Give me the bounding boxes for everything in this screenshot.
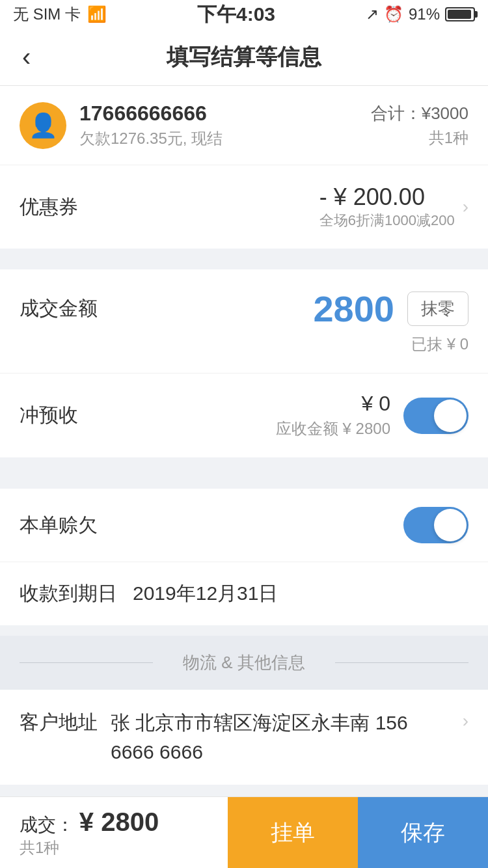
coupon-discount: - ¥ 200.00 [319, 183, 455, 211]
summary-count: 共1种 [20, 837, 208, 858]
amount-label: 成交金额 [20, 295, 98, 322]
status-time: 下午4:03 [197, 1, 275, 28]
address-row: 客户地址 张 北京市市辖区海淀区永丰南 156 6666 6666 › [20, 708, 468, 766]
coupon-desc: 全场6折满1000减200 [319, 211, 455, 230]
round-button[interactable]: 抹零 [407, 292, 468, 326]
prepay-amount: ¥ 0 应收金额 ¥ 2800 [276, 392, 390, 439]
address-chevron: › [463, 711, 468, 731]
bottom-actions: 挂单 保存 [228, 797, 488, 868]
nav-bar: ‹ 填写结算等信息 [0, 29, 488, 86]
address-label: 客户地址 [20, 709, 98, 736]
credit-row: 本单赊欠 [20, 507, 468, 543]
sep-line-left [20, 662, 153, 663]
duedate-value: 2019年12月31日 [133, 580, 278, 607]
customer-right: 合计：¥3000 共1种 [371, 102, 468, 148]
status-left: 无 SIM 卡 📶 [13, 4, 107, 25]
status-bar: 无 SIM 卡 📶 下午4:03 ↗ ⏰ 91% [0, 0, 488, 29]
battery-percent: 91% [409, 5, 440, 23]
customer-info: 17666666666 欠款1276.35元, 现结 [79, 102, 223, 149]
customer-phone: 17666666666 [79, 102, 223, 126]
total-label: 合计：¥3000 [371, 102, 468, 125]
bottom-summary: 成交： ¥ 2800 共1种 [0, 807, 228, 858]
coupon-chevron: › [463, 197, 468, 217]
prepay-toggle[interactable] [403, 398, 468, 434]
prepay-label: 冲预收 [20, 402, 78, 429]
credit-section: 本单赊欠 [0, 489, 488, 562]
customer-row: 👤 17666666666 欠款1276.35元, 现结 合计：¥3000 共1… [0, 86, 488, 165]
amount-row: 成交金额 2800 抹零 [20, 288, 468, 330]
total-count: 共1种 [371, 128, 468, 148]
summary-line: 成交： ¥ 2800 [20, 807, 208, 837]
divider-2 [0, 468, 488, 478]
coupon-right: - ¥ 200.00 全场6折满1000减200 › [319, 183, 468, 230]
back-button[interactable]: ‹ [16, 36, 37, 78]
divider-3 [0, 625, 488, 636]
address-value: 张 北京市市辖区海淀区永丰南 156 6666 6666 [111, 708, 455, 766]
customer-left: 👤 17666666666 欠款1276.35元, 现结 [20, 102, 223, 149]
coupon-label: 优惠券 [20, 194, 78, 221]
prepay-right: ¥ 0 应收金额 ¥ 2800 [276, 392, 468, 439]
coupon-row[interactable]: 优惠券 - ¥ 200.00 全场6折满1000减200 › [0, 165, 488, 249]
logistics-separator: 物流 & 其他信息 [0, 636, 488, 690]
carrier-label: 无 SIM 卡 [13, 4, 81, 25]
address-section[interactable]: 客户地址 张 北京市市辖区海淀区永丰南 156 6666 6666 › [0, 690, 488, 785]
credit-toggle-thumb [434, 509, 467, 541]
avatar: 👤 [20, 102, 66, 149]
divider-1 [0, 259, 488, 269]
duedate-label: 收款到期日 [20, 580, 117, 607]
prepay-subtext: 应收金额 ¥ 2800 [276, 418, 390, 439]
duedate-row: 收款到期日 2019年12月31日 [20, 580, 468, 607]
sep-line-right [335, 662, 468, 663]
amount-subtext: 已抹 ¥ 0 [20, 334, 468, 355]
prepay-row: 冲预收 ¥ 0 应收金额 ¥ 2800 [20, 392, 468, 439]
prepay-toggle-thumb [434, 400, 467, 432]
logistics-label: 物流 & 其他信息 [183, 651, 305, 674]
bottom-bar: 成交： ¥ 2800 共1种 挂单 保存 [0, 796, 488, 868]
prepay-amount-value: ¥ 0 [276, 392, 390, 416]
wifi-icon: 📶 [87, 5, 107, 23]
hang-button[interactable]: 挂单 [228, 797, 358, 868]
customer-subtext: 欠款1276.35元, 现结 [79, 128, 223, 149]
save-button[interactable]: 保存 [358, 797, 488, 868]
alarm-icon: ⏰ [384, 5, 403, 23]
amount-value-wrap: 2800 抹零 [313, 288, 468, 330]
summary-amount: ¥ 2800 [79, 807, 159, 836]
avatar-icon: 👤 [29, 112, 58, 139]
battery-icon [445, 7, 475, 21]
amount-inner: 成交金额 2800 抹零 已抹 ¥ 0 [0, 269, 488, 373]
location-icon: ↗ [366, 5, 379, 23]
duedate-section: 收款到期日 2019年12月31日 [0, 562, 488, 625]
status-right: ↗ ⏰ 91% [366, 5, 475, 23]
prepay-section: 冲预收 ¥ 0 应收金额 ¥ 2800 [0, 373, 488, 457]
customer-section: 👤 17666666666 欠款1276.35元, 现结 合计：¥3000 共1… [0, 86, 488, 249]
summary-prefix: 成交： [20, 815, 74, 835]
page-title: 填写结算等信息 [167, 42, 321, 72]
credit-toggle[interactable] [403, 507, 468, 543]
amount-value: 2800 [313, 288, 394, 330]
amount-section: 成交金额 2800 抹零 已抹 ¥ 0 冲预收 ¥ 0 应收金额 ¥ 2800 [0, 269, 488, 457]
credit-label: 本单赊欠 [20, 512, 98, 539]
